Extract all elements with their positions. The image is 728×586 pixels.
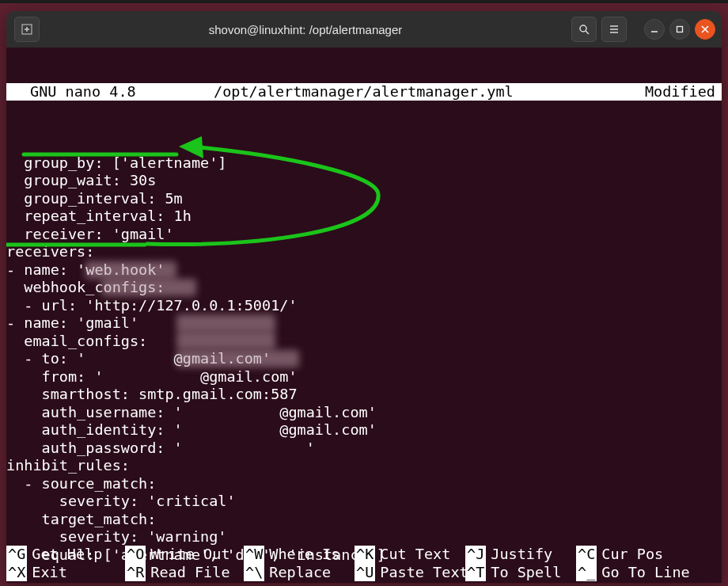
shortcut-label: To Spell: [486, 564, 561, 582]
code-line: target_match:: [6, 511, 722, 529]
window-title: shovon@linuxhint: /opt/alertmanager: [40, 23, 571, 36]
code-line: auth_username: ' @gmail.com': [6, 404, 722, 422]
code-line: group_wait: 30s: [6, 172, 722, 190]
redacted-block: [101, 279, 196, 296]
code-line: smarthost: smtp.gmail.com:587: [6, 386, 722, 404]
code-line: - url: 'http://127.0.0.1:5001/': [6, 297, 722, 315]
nano-app-name: GNU nano 4.8: [8, 83, 206, 101]
shortcut-item: ^\Replace: [244, 564, 355, 582]
code-line: group_by: ['alertname']: [6, 154, 722, 173]
shortcut-item: ^XExit: [6, 564, 125, 582]
new-tab-button[interactable]: [14, 17, 40, 42]
code-line: repeat_interval: 1h: [6, 207, 722, 226]
shortcut-label: Justify: [486, 546, 552, 564]
shortcut-item: ^GGet Help: [6, 546, 125, 564]
shortcut-item: ^WWhere Is: [244, 546, 355, 564]
shortcut-label: Paste Text: [375, 564, 468, 582]
search-button[interactable]: [571, 17, 597, 42]
shortcut-label: Cut Text: [375, 546, 450, 564]
shortcut-key: ^_: [576, 564, 597, 582]
close-button[interactable]: [695, 19, 715, 40]
shortcut-key: ^X: [6, 564, 27, 582]
shortcut-item: ^RRead File: [125, 564, 244, 582]
shortcut-key: ^K: [355, 546, 375, 564]
code-line: - source_match:: [6, 475, 722, 493]
shortcut-key: ^W: [244, 546, 264, 564]
nano-shortcut-bar: ^GGet Help^OWrite Out^WWhere Is^KCut Tex…: [6, 546, 722, 581]
shortcut-label: Exit: [27, 564, 67, 582]
code-line: inhibit_rules:: [6, 457, 722, 475]
code-line: auth_identity: ' @gmail.com': [6, 421, 722, 440]
shortcut-label: Read File: [146, 564, 229, 582]
code-line: receivers:: [6, 243, 722, 261]
shortcut-key: ^\: [244, 564, 264, 582]
code-line: severity: 'warning': [6, 528, 722, 546]
shortcut-key: ^T: [465, 564, 486, 582]
code-line: from: ' @gmail.com': [6, 368, 722, 386]
svg-point-3: [580, 25, 586, 32]
shortcut-label: Get Help: [27, 546, 102, 564]
code-line: - name: 'gmail': [6, 314, 722, 333]
shortcut-label: Write Out: [146, 546, 229, 564]
shortcut-item: ^TTo Spell: [465, 564, 576, 582]
shortcut-label: Replace: [264, 564, 331, 582]
nano-status: Modified: [617, 83, 720, 101]
shortcut-item: ^UPaste Text: [355, 564, 465, 582]
code-line: receiver: 'gmail': [6, 226, 722, 244]
shortcut-label: Cur Pos: [597, 546, 663, 564]
shortcut-key: ^C: [576, 546, 597, 564]
redacted-block: [176, 350, 299, 367]
shortcut-label: Go To Line: [597, 564, 689, 582]
shortcut-item: ^KCut Text: [355, 546, 465, 564]
shortcut-key: ^R: [125, 564, 146, 582]
nano-file-path: /opt/alertmanager/alertmanager.yml: [206, 83, 617, 101]
minimize-button[interactable]: [644, 19, 665, 40]
code-line: severity: 'critical': [6, 493, 722, 511]
svg-rect-9: [677, 27, 683, 32]
redacted-block: [176, 332, 275, 349]
top-panel: [0, 0, 728, 3]
shortcut-key: ^O: [125, 546, 146, 564]
shortcut-item: ^CCur Pos: [576, 546, 695, 564]
nano-header-bar: GNU nano 4.8 /opt/alertmanager/alertmana…: [6, 83, 722, 101]
shortcut-item: ^OWrite Out: [125, 546, 244, 564]
maximize-button[interactable]: [669, 19, 690, 40]
svg-line-4: [586, 31, 589, 34]
menu-button[interactable]: [601, 17, 627, 42]
code-line: auth_password: ' ': [6, 440, 722, 458]
terminal-window: shovon@linuxhint: /opt/alertmanager GNU …: [6, 11, 722, 583]
shortcut-label: Where Is: [264, 546, 339, 564]
shortcut-key: ^J: [465, 546, 486, 564]
shortcut-item: ^_Go To Line: [576, 564, 695, 582]
editor-content[interactable]: group_by: ['alertname'] group_wait: 30s …: [6, 154, 722, 565]
terminal-body[interactable]: GNU nano 4.8 /opt/alertmanager/alertmana…: [6, 48, 722, 583]
redacted-block: [176, 314, 275, 332]
code-line: group_interval: 5m: [6, 190, 722, 208]
shortcut-key: ^G: [6, 546, 27, 564]
shortcut-item: ^JJustify: [465, 546, 576, 564]
window-titlebar: shovon@linuxhint: /opt/alertmanager: [6, 11, 722, 48]
redacted-block: [85, 261, 176, 279]
code-line: email_configs:: [6, 333, 722, 351]
code-line: - to: ' @gmail.com': [6, 350, 722, 368]
shortcut-key: ^U: [355, 564, 375, 582]
